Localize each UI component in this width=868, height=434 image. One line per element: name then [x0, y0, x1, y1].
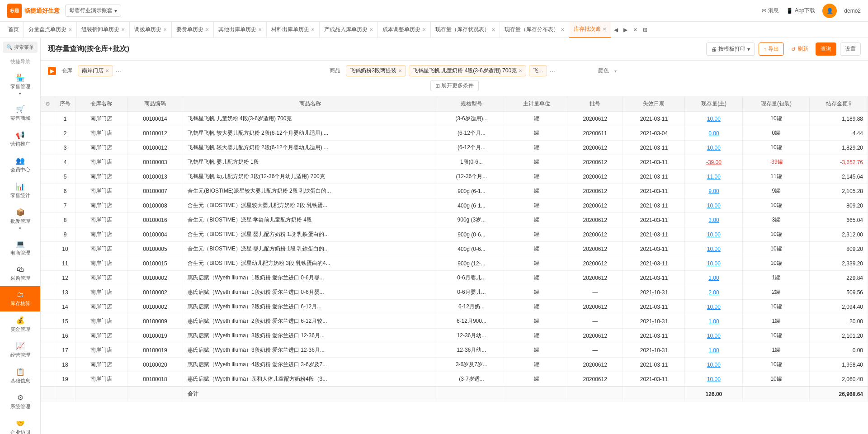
tab-label: 分量盘点单历史 [28, 26, 66, 33]
td-qty-main[interactable]: 9.00 [685, 184, 743, 198]
tab-cailiaochukulishi[interactable]: 材料出库单历史 ✕ [267, 22, 320, 38]
tab-menu-btn[interactable]: ⊞ [640, 27, 650, 33]
expand-icon[interactable]: ▶ [48, 67, 56, 75]
td-qty-main[interactable]: 10.00 [685, 372, 743, 387]
tab-prev-btn[interactable]: ◀ [611, 27, 621, 33]
username[interactable]: demo2 [844, 8, 861, 14]
sidebar-item-ecommerce[interactable]: 💻 电商管理 [0, 235, 40, 261]
company-select[interactable]: 母婴行业演示账套 ▾ [65, 5, 121, 17]
td-qty-main[interactable]: 11.00 [685, 170, 743, 184]
sidebar-item-retail-stats[interactable]: 📊 零售统计 [0, 178, 40, 203]
refresh-btn[interactable]: ↺ 刷新 [788, 43, 812, 55]
expand-more-btn[interactable]: ⊞ 展开更多条件 [430, 80, 479, 91]
tag-close-icon[interactable]: ✕ [398, 68, 402, 73]
td-balance: 229.84 [810, 271, 868, 285]
td-qty-main[interactable]: 10.00 [685, 198, 743, 213]
td-balance: 2,145.64 [810, 170, 868, 184]
warehouse-tag-nanganmendian[interactable]: 南岸门店 ✕ [78, 65, 113, 76]
query-btn[interactable]: 查询 [816, 42, 836, 56]
td-warehouse: 南岸门店 [75, 213, 127, 227]
tag-close-icon[interactable]: ✕ [105, 68, 109, 73]
td-qty-main[interactable]: 3.00 [685, 213, 743, 227]
search-menu-btn[interactable]: 🔍 搜索菜单 [3, 42, 38, 53]
tab-diaobodanlishi[interactable]: 调拨单历史 ✕ [130, 22, 172, 38]
th-settings[interactable]: ⚙ [41, 96, 55, 112]
td-qty-main[interactable]: 1.00 [685, 271, 743, 285]
sidebar-item-finance[interactable]: 💰 资金管理 [0, 311, 40, 337]
td-qty-main[interactable]: 1.00 [685, 314, 743, 329]
td-qty-main[interactable]: 10.00 [685, 358, 743, 372]
td-qty-main[interactable]: 10.00 [685, 141, 743, 155]
tab-zuzhuangchaijie[interactable]: 组装拆卸单历史 ✕ [77, 22, 130, 38]
goods-tag-2[interactable]: 飞鹤星飞帆 儿童奶粉 4段(3-6岁适用) 700克 ✕ [409, 65, 526, 76]
tab-yaohuo[interactable]: 要货单历史 ✕ [172, 22, 214, 38]
td-no: 8 [55, 213, 75, 227]
tab-chengbenhistory[interactable]: 成本调整单历史 ✕ [378, 22, 431, 38]
goods-tag-3[interactable]: 飞... [529, 65, 547, 76]
sidebar-item-collab[interactable]: 🤝 企业协同 [0, 415, 40, 434]
td-spec: 12-36月幼... [437, 329, 506, 343]
export-btn[interactable]: ↑ 导出 [759, 42, 784, 56]
sidebar-item-basic-info[interactable]: 📋 基础信息 [0, 363, 40, 389]
td-qty-main[interactable]: 10.00 [685, 227, 743, 242]
tab-next-btn[interactable]: ▶ [621, 27, 630, 33]
sidebar-item-inventory[interactable]: 🗂 库存核算 [0, 286, 40, 311]
tab-close-icon[interactable]: ✕ [121, 27, 125, 32]
quick-nav[interactable]: 快捷导航 [0, 57, 40, 69]
tab-kucunpici[interactable]: 库存批次账 ✕ [569, 22, 611, 38]
tab-close-icon[interactable]: ✕ [205, 27, 209, 32]
sidebar-item-retail-shop[interactable]: 🛒 零售商城 [0, 100, 40, 126]
td-qty-pack: 10罐 [743, 329, 810, 343]
tab-home-label: 首页 [8, 26, 19, 33]
tab-xiancunliangfenbu[interactable]: 现存量（库存分布表） ✕ [500, 22, 569, 38]
td-qty-main[interactable]: 10.00 [685, 242, 743, 256]
tab-xiancunliangkucun[interactable]: 现存量（库存状况表） ✕ [431, 22, 500, 38]
tab-close-icon[interactable]: ✕ [163, 27, 167, 32]
tab-close-icon[interactable]: ✕ [561, 27, 564, 32]
tab-close-icon[interactable]: ✕ [258, 27, 262, 32]
tag-close-icon[interactable]: ✕ [519, 68, 522, 73]
td-qty-main[interactable]: 10.00 [685, 112, 743, 126]
tab-label: 现存量（库存状况表） [435, 26, 490, 33]
sidebar-item-retail-mgmt[interactable]: 🏪 零售管理 ▾ [0, 69, 40, 100]
td-qty-main[interactable]: 0.00 [685, 126, 743, 141]
user-avatar[interactable]: 👤 [822, 4, 837, 18]
filter-more[interactable]: ··· [116, 67, 121, 75]
tab-close-icon[interactable]: ✕ [68, 27, 72, 32]
color-expand-icon[interactable]: ▾ [614, 69, 617, 74]
sidebar-item-member[interactable]: 👥 会员中心 [0, 152, 40, 178]
print-btn[interactable]: 🖨 按模板打印 ▾ [706, 42, 755, 56]
td-qty-main[interactable]: 10.00 [685, 300, 743, 314]
tab-close-icon[interactable]: ✕ [422, 27, 426, 32]
table-row: 6 南岸门店 00100007 合生元(BIOSTIME)派星较大婴儿配方奶粉 … [41, 184, 868, 198]
tab-close-all-btn[interactable]: ✕ [630, 27, 640, 33]
goods-more[interactable]: ··· [550, 67, 555, 75]
tab-close-icon[interactable]: ✕ [311, 27, 315, 32]
tab-qitachukulishi[interactable]: 其他出库单历史 ✕ [214, 22, 267, 38]
tab-close-icon[interactable]: ✕ [369, 27, 373, 32]
sidebar-item-wholesale[interactable]: 📦 批发管理 ▾ [0, 203, 40, 235]
sidebar-item-operations[interactable]: 📈 经营管理 [0, 337, 40, 363]
td-qty-main[interactable]: 1.00 [685, 343, 743, 358]
td-qty-main[interactable]: -39.00 [685, 155, 743, 170]
download-btn[interactable]: 📱 App下载 [786, 7, 815, 14]
goods-tag-1[interactable]: 飞鹤奶粉3段两提装 ✕ [346, 65, 406, 76]
settings-icon[interactable]: ⚙ [45, 101, 50, 107]
settings-btn[interactable]: 设置 [840, 42, 861, 56]
td-qty-main[interactable]: 10.00 [685, 256, 743, 271]
td-qty-main[interactable]: 2.00 [685, 285, 743, 300]
tab-fenliangpandian[interactable]: 分量盘点单历史 ✕ [24, 22, 77, 38]
tab-home[interactable]: 首页 [4, 22, 24, 38]
chevron-down-icon: ▾ [747, 46, 750, 52]
td-qty-main[interactable]: 10.00 [685, 329, 743, 343]
sidebar-item-marketing[interactable]: 📢 营销推广 [0, 126, 40, 152]
tab-close-icon[interactable]: ✕ [491, 27, 495, 32]
message-btn[interactable]: ✉ 消息 [762, 7, 779, 14]
sidebar-item-system[interactable]: ⚙ 系统管理 [0, 389, 40, 415]
th-code: 商品编码 [127, 96, 183, 112]
sidebar-item-purchase[interactable]: 🛍 采购管理 [0, 261, 40, 286]
td-balance: 1,189.88 [810, 112, 868, 126]
tab-chanchengpin[interactable]: 产成品入库单历史 ✕ [320, 22, 378, 38]
td-balance: 809.20 [810, 242, 868, 256]
tab-close-icon[interactable]: ✕ [603, 27, 606, 32]
